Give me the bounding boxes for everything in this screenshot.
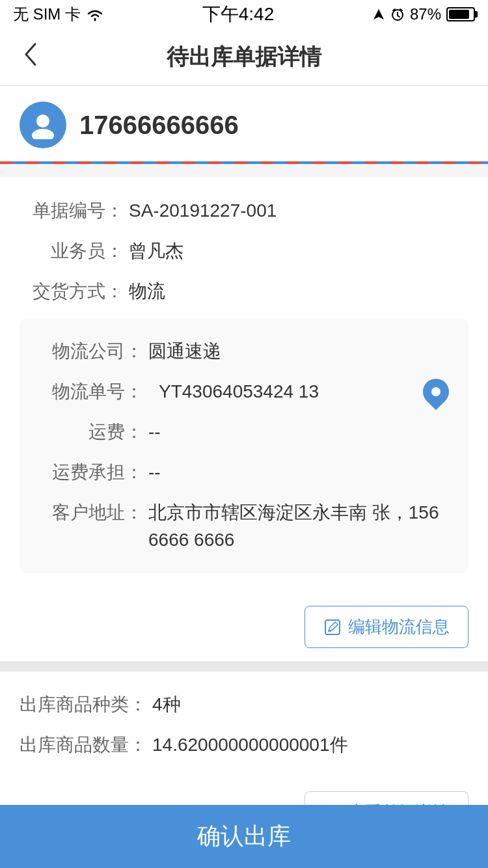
status-bar-left: 无 SIM 卡 xyxy=(13,4,104,25)
goods-types-row: 出库商品种类： 4种 xyxy=(20,691,468,718)
confirm-button[interactable]: 确认出库 xyxy=(0,821,488,852)
page-title: 待出库单据详情 xyxy=(167,42,321,72)
delivery-method-label: 交货方式： xyxy=(20,278,124,305)
edit-logistics-container: 编辑物流信息 xyxy=(0,593,488,661)
goods-quantity-label: 出库商品数量： xyxy=(20,731,147,759)
wifi-icon xyxy=(86,7,104,21)
svg-point-4 xyxy=(32,129,54,139)
logistics-company-label: 物流公司： xyxy=(39,338,143,365)
battery-percentage: 87% xyxy=(410,5,441,23)
status-bar: 无 SIM 卡 下午4:42 87% xyxy=(0,0,488,29)
salesman-label: 业务员： xyxy=(20,237,124,265)
logistics-company-value: 圆通速递 xyxy=(148,338,449,365)
status-bar-right: 87% xyxy=(372,5,475,23)
logistics-card: 物流公司： 圆通速递 物流单号： YT43064053424 13 运费： --… xyxy=(20,318,468,573)
address-value: 北京市市辖区海淀区永丰南 张，156 6666 6666 xyxy=(148,499,449,554)
freight-row: 运费： -- xyxy=(39,418,449,446)
tracking-number-label: 物流单号： xyxy=(39,378,143,405)
svg-line-2 xyxy=(398,16,400,17)
edit-logistics-button[interactable]: 编辑物流信息 xyxy=(305,606,468,648)
avatar xyxy=(20,102,66,148)
edit-icon xyxy=(323,618,342,636)
customer-header: 17666666666 xyxy=(0,86,488,165)
user-icon xyxy=(29,111,57,139)
goods-types-label: 出库商品种类： xyxy=(20,691,147,718)
salesman-row: 业务员： 曾凡杰 xyxy=(20,237,468,265)
address-label: 客户地址： xyxy=(39,499,143,526)
svg-point-3 xyxy=(36,115,49,128)
freight-bearer-label: 运费承担： xyxy=(39,459,143,486)
edit-logistics-label: 编辑物流信息 xyxy=(348,616,450,638)
goods-quantity-value: 14.620000000000001件 xyxy=(152,731,468,759)
status-bar-time: 下午4:42 xyxy=(202,2,275,27)
order-number-label: 单据编号： xyxy=(20,197,124,224)
section-divider xyxy=(0,661,488,671)
back-button[interactable] xyxy=(16,34,44,79)
location-pin-icon[interactable] xyxy=(418,373,455,411)
order-info-section: 单据编号： SA-20191227-001 业务员： 曾凡杰 交货方式： 物流 … xyxy=(0,178,488,593)
delivery-method-value: 物流 xyxy=(129,278,468,305)
goods-types-value: 4种 xyxy=(152,691,468,718)
delivery-method-row: 交货方式： 物流 xyxy=(20,278,468,305)
battery-icon xyxy=(446,7,475,21)
tracking-number-value: YT43064053424 13 xyxy=(159,378,413,405)
nav-bar: 待出库单据详情 xyxy=(0,29,488,86)
location-arrow-icon xyxy=(372,8,385,21)
goods-quantity-row: 出库商品数量： 14.620000000000001件 xyxy=(20,731,468,759)
address-row: 客户地址： 北京市市辖区海淀区永丰南 张，156 6666 6666 xyxy=(39,499,449,554)
logistics-company-row: 物流公司： 圆通速递 xyxy=(39,338,449,365)
freight-label: 运费： xyxy=(39,418,143,446)
alarm-icon xyxy=(390,7,405,21)
freight-bearer-row: 运费承担： -- xyxy=(39,459,449,486)
svg-rect-5 xyxy=(325,620,340,634)
freight-bearer-value: -- xyxy=(148,459,449,486)
order-number-value: SA-20191227-001 xyxy=(129,197,468,224)
order-number-row: 单据编号： SA-20191227-001 xyxy=(20,197,468,224)
carrier-label: 无 SIM 卡 xyxy=(13,4,81,25)
freight-value: -- xyxy=(148,418,449,446)
tracking-number-row: 物流单号： YT43064053424 13 xyxy=(39,378,449,405)
confirm-btn-container: 确认出库 xyxy=(0,805,488,868)
customer-phone: 17666666666 xyxy=(79,111,239,140)
salesman-value: 曾凡杰 xyxy=(129,237,468,265)
goods-section: 出库商品种类： 4种 出库商品数量： 14.620000000000001件 xyxy=(0,671,488,778)
